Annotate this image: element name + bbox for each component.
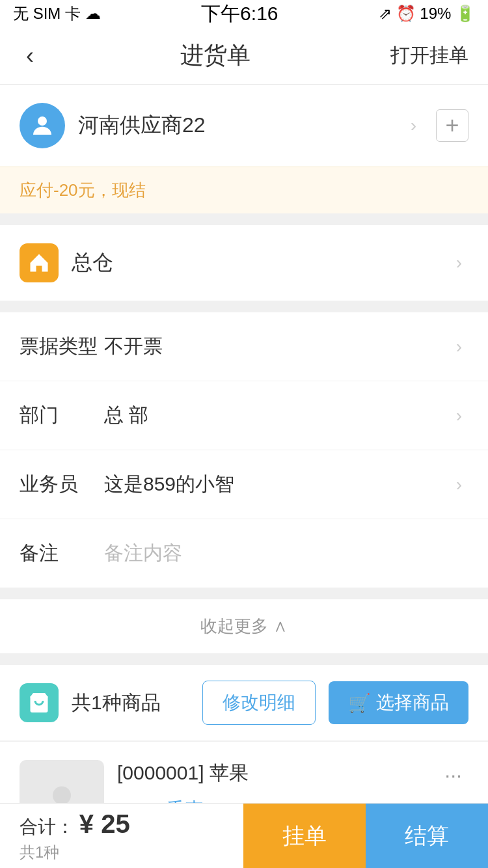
footer-count: 共1种 [20, 842, 224, 863]
chevron-right-icon: › [411, 115, 416, 136]
warehouse-row[interactable]: 总仓 › [0, 225, 488, 301]
footer-total-row: 合计： ¥ 25 [20, 809, 224, 839]
product-count: 共1种商品 [72, 690, 189, 716]
remark-row[interactable]: 备注 备注内容 [0, 519, 488, 588]
invoice-type-label: 票据类型 [20, 333, 104, 360]
content-area: 河南供应商22 › + 应付-20元，现结 总仓 › 票据类型 不开票 › 部门… [0, 85, 488, 868]
department-label: 部门 [20, 402, 104, 429]
department-chevron-icon: › [456, 405, 462, 426]
select-product-button[interactable]: 🛒 选择商品 [329, 681, 468, 724]
status-bar-right: ⇗ ⏰ 19% 🔋 [379, 5, 475, 23]
supplier-avatar [20, 103, 65, 148]
battery-icon: ⇗ ⏰ 19% 🔋 [379, 5, 475, 23]
svg-point-2 [53, 787, 71, 805]
product-more-button[interactable]: ··· [438, 760, 468, 791]
edit-detail-button[interactable]: 修改明细 [202, 681, 316, 725]
invoice-type-value: 不开票 [104, 333, 456, 360]
supplier-name: 河南供应商22 [78, 111, 411, 140]
warehouse-icon [20, 243, 59, 282]
invoice-chevron-icon: › [456, 336, 462, 357]
warehouse-section: 总仓 › [0, 225, 488, 301]
checkout-button[interactable]: 结算 [366, 804, 488, 869]
person-icon [29, 112, 56, 139]
remark-label: 备注 [20, 540, 104, 567]
total-label: 合计： [20, 817, 74, 837]
cart-icon: 🛒 [348, 692, 371, 714]
footer-total: 合计： ¥ 25 共1种 [0, 809, 243, 863]
status-bar-left: 无 SIM 卡 ☁ [13, 3, 101, 24]
bag-icon [27, 691, 51, 714]
house-icon [27, 251, 51, 275]
status-bar: 无 SIM 卡 ☁ 下午6:16 ⇗ ⏰ 19% 🔋 [0, 0, 488, 27]
remark-value[interactable]: 备注内容 [104, 540, 468, 567]
salesperson-label: 业务员 [20, 471, 104, 498]
warehouse-chevron-icon: › [456, 252, 462, 273]
salesperson-row[interactable]: 业务员 这是859的小智 › [0, 450, 488, 519]
svg-point-0 [38, 116, 47, 126]
open-hang-button[interactable]: 打开挂单 [390, 42, 468, 69]
page-title: 进货单 [180, 40, 251, 72]
product-name: [0000001] 苹果 [117, 760, 425, 787]
collapse-button[interactable]: 收起更多 ∧ [0, 599, 488, 653]
department-row[interactable]: 部门 总 部 › [0, 381, 488, 450]
hang-button[interactable]: 挂单 [243, 804, 366, 869]
warehouse-name: 总仓 [72, 249, 456, 277]
sim-signal-text: 无 SIM 卡 ☁ [13, 3, 101, 24]
invoice-type-row[interactable]: 票据类型 不开票 › [0, 312, 488, 381]
status-bar-time: 下午6:16 [201, 1, 278, 27]
total-amount: ¥ 25 [79, 809, 130, 838]
form-section: 票据类型 不开票 › 部门 总 部 › 业务员 这是859的小智 › 备注 备注… [0, 312, 488, 588]
supplier-row[interactable]: 河南供应商22 › + [0, 85, 488, 167]
footer: 合计： ¥ 25 共1种 挂单 结算 [0, 803, 488, 868]
supplier-notice: 应付-20元，现结 [0, 167, 488, 213]
supplier-section: 河南供应商22 › + 应付-20元，现结 [0, 85, 488, 213]
add-supplier-button[interactable]: + [436, 109, 468, 142]
back-button[interactable]: ‹ [20, 36, 40, 76]
salesperson-chevron-icon: › [456, 474, 462, 495]
salesperson-value: 这是859的小智 [104, 471, 456, 498]
department-value: 总 部 [104, 402, 456, 429]
product-bag-icon [20, 683, 59, 722]
product-header: 共1种商品 修改明细 🛒 选择商品 [0, 665, 488, 740]
nav-bar: ‹ 进货单 打开挂单 [0, 27, 488, 85]
